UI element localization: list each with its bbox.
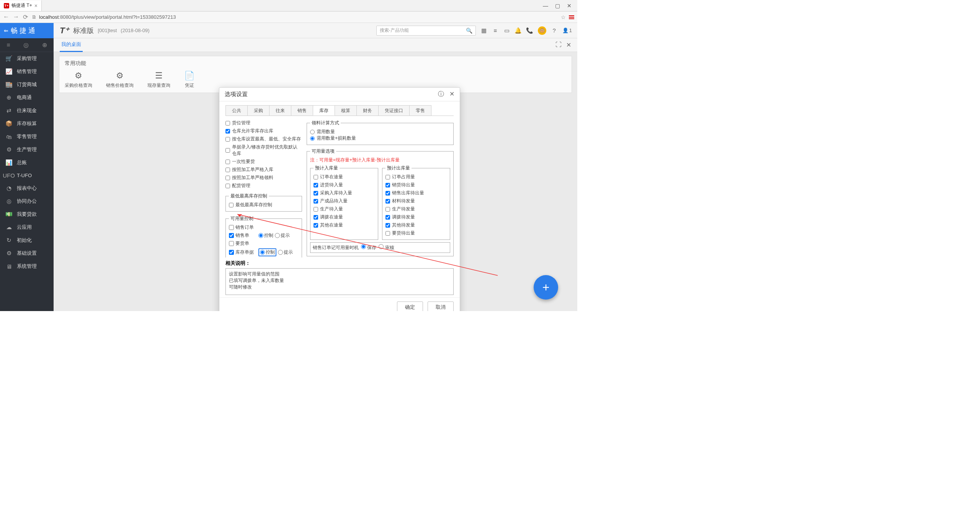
date-label: (2018-08-09) xyxy=(121,28,149,33)
in-item-4[interactable]: 生产待入量 xyxy=(314,206,375,212)
close-tab-icon[interactable]: ✕ xyxy=(566,41,571,49)
in-item-5[interactable]: 调拨在途量 xyxy=(314,214,375,220)
back-arrow-icon[interactable]: ⇐ xyxy=(4,28,8,34)
sidebar-item-1[interactable]: 📈销售管理 xyxy=(0,65,54,78)
sidebar-item-9[interactable]: UFOT-UFO xyxy=(0,169,54,182)
sidebar-item-8[interactable]: 📊总账 xyxy=(0,156,54,169)
ok-button[interactable]: 确定 xyxy=(397,301,423,311)
out-item-1[interactable]: 销货待出量 xyxy=(385,182,447,188)
sidebar-item-15[interactable]: ⚙基础设置 xyxy=(0,247,54,260)
left-check-1[interactable]: 仓库允许零库存出库 xyxy=(225,128,302,134)
in-item-0[interactable]: 订单在途量 xyxy=(314,174,375,180)
browser-menu-icon[interactable] xyxy=(569,15,574,19)
maximize-icon[interactable]: ▢ xyxy=(555,3,560,9)
tab-title: 畅捷通 T+ xyxy=(11,2,32,9)
function-item-0[interactable]: ⚙采购价格查询 xyxy=(65,71,92,89)
sidebar-item-6[interactable]: 🛍零售管理 xyxy=(0,130,54,143)
minimize-icon[interactable]: — xyxy=(543,3,548,9)
tab-desktop[interactable]: 我的桌面 xyxy=(60,38,83,52)
url-bar[interactable]: 🗎 localhost:8080/tplus/view/portal/porta… xyxy=(32,14,557,20)
in-item-1[interactable]: 进货待入量 xyxy=(314,182,375,188)
timing-save[interactable]: 保存 xyxy=(361,244,376,251)
cancel-button[interactable]: 取消 xyxy=(428,301,454,311)
settings-icon[interactable]: ≡ xyxy=(492,27,499,34)
explain-box: 设置影响可用量值的范围已填写调拨单，未入库数量可随时修改 xyxy=(225,268,454,295)
expand-icon[interactable]: ⛶ xyxy=(555,41,562,49)
left-check-2[interactable]: 按仓库设置最高、最低、安全库存 xyxy=(225,136,302,142)
sidebar-item-16[interactable]: 🖥系统管理 xyxy=(0,260,54,273)
user-count[interactable]: 👤 1 xyxy=(562,28,572,33)
sidebar-item-2[interactable]: 🏬订货商城 xyxy=(0,78,54,91)
phone-icon[interactable]: 📞 xyxy=(526,27,533,34)
dialog-tab-零售[interactable]: 零售 xyxy=(409,105,431,116)
sidebar-item-0[interactable]: 🛒采购管理 xyxy=(0,52,54,65)
avatar-icon[interactable]: 🐵 xyxy=(538,26,546,35)
out-item-4[interactable]: 生产待发量 xyxy=(385,206,447,212)
sidebar-item-4[interactable]: ⇄往来现金 xyxy=(0,104,54,117)
search-input[interactable]: 搜索-产品功能 🔍 xyxy=(376,26,476,36)
left-check-6[interactable]: 按照加工单严格领料 xyxy=(225,174,302,181)
logo[interactable]: ⇐ 畅 捷 通 xyxy=(0,23,54,38)
out-item-3[interactable]: 材料待发量 xyxy=(385,198,447,204)
dialog-tab-财务[interactable]: 财务 xyxy=(356,105,379,116)
bell-icon[interactable]: 🔔 xyxy=(515,27,522,34)
sidebar-item-11[interactable]: ◎协同办公 xyxy=(0,195,54,208)
close-tab-icon[interactable]: × xyxy=(34,3,38,9)
out-item-5[interactable]: 调拨待发量 xyxy=(385,214,447,220)
bookmark-icon[interactable]: ☆ xyxy=(561,14,566,20)
material-opt2[interactable]: 需用数量+损耗数量 xyxy=(310,135,450,142)
dialog-tab-往来[interactable]: 往来 xyxy=(269,105,291,116)
sidebar-label: 电商通 xyxy=(17,94,32,101)
search-icon[interactable]: 🔍 xyxy=(466,28,472,34)
left-check-0[interactable]: 货位管理 xyxy=(225,120,302,126)
sidebar-item-3[interactable]: ⊕电商通 xyxy=(0,91,54,104)
in-item-6[interactable]: 其他在途量 xyxy=(314,222,375,228)
close-window-icon[interactable]: ✕ xyxy=(567,3,572,9)
sidebar-item-13[interactable]: ☁云应用 xyxy=(0,221,54,234)
sidebar-item-7[interactable]: ⚙生产管理 xyxy=(0,143,54,156)
target-icon[interactable]: ◎ xyxy=(23,41,29,49)
sidebar-item-10[interactable]: ◔报表中心 xyxy=(0,182,54,195)
in-item-2[interactable]: 采购入库待入量 xyxy=(314,190,375,196)
chat-icon[interactable]: ▭ xyxy=(503,27,510,34)
material-opt1[interactable]: 需用数量 xyxy=(310,129,450,135)
dialog-tab-采购[interactable]: 采购 xyxy=(247,105,270,116)
left-check-4[interactable]: 一次性要货 xyxy=(225,158,302,165)
sidebar-label: 总账 xyxy=(17,159,27,166)
material-opt2-radio[interactable] xyxy=(310,136,315,141)
left-check-3[interactable]: 单据录入/修改存货时优先取默认仓库 xyxy=(225,144,302,157)
close-dialog-icon[interactable]: ✕ xyxy=(449,90,454,98)
dialog-tab-凭证接口[interactable]: 凭证接口 xyxy=(378,105,410,116)
dialog-tab-核算[interactable]: 核算 xyxy=(335,105,357,116)
back-icon[interactable]: ← xyxy=(3,13,9,21)
dialog-tab-销售[interactable]: 销售 xyxy=(291,105,313,116)
left-check-5[interactable]: 按照加工单严格入库 xyxy=(225,166,302,173)
out-item-2[interactable]: 销售出库待出量 xyxy=(385,190,447,196)
menu-icon[interactable]: ≡ xyxy=(7,42,10,49)
save-icon[interactable]: ▦ xyxy=(480,27,487,34)
add-icon[interactable]: ⊕ xyxy=(42,41,47,49)
sidebar-item-14[interactable]: ↻初始化 xyxy=(0,234,54,247)
out-item-0[interactable]: 订单占用量 xyxy=(385,174,447,180)
help-icon[interactable]: ? xyxy=(551,27,558,34)
help-icon[interactable]: ⓘ xyxy=(438,90,444,98)
out-item-6[interactable]: 其他待发量 xyxy=(385,222,447,228)
sidebar-item-5[interactable]: 📦库存核算 xyxy=(0,117,54,130)
function-item-3[interactable]: 📄凭证 xyxy=(184,71,194,89)
timing-audit[interactable]: 审核 xyxy=(379,244,394,251)
function-item-2[interactable]: ☰现存量查询 xyxy=(147,71,170,89)
sidebar-item-12[interactable]: 💵我要贷款 xyxy=(0,208,54,221)
dialog-tab-公共[interactable]: 公共 xyxy=(225,105,248,116)
in-item-3[interactable]: 产成品待入量 xyxy=(314,198,375,204)
material-opt1-radio[interactable] xyxy=(310,130,315,134)
function-item-1[interactable]: ⚙销售价格查询 xyxy=(106,71,134,89)
browser-tab[interactable]: T+ 畅捷通 T+ × xyxy=(0,0,42,11)
dialog-tab-库存[interactable]: 库存 xyxy=(313,105,335,116)
minmax-check[interactable]: 最低最高库存控制 xyxy=(229,202,299,208)
out-item-7[interactable]: 要货待出量 xyxy=(385,230,447,236)
minmax-checkbox[interactable] xyxy=(229,203,234,207)
reload-icon[interactable]: ⟳ xyxy=(23,13,28,21)
forward-icon[interactable]: → xyxy=(13,13,19,21)
left-check-7[interactable]: 配货管理 xyxy=(225,183,302,189)
fab-add-button[interactable]: + xyxy=(534,275,558,300)
